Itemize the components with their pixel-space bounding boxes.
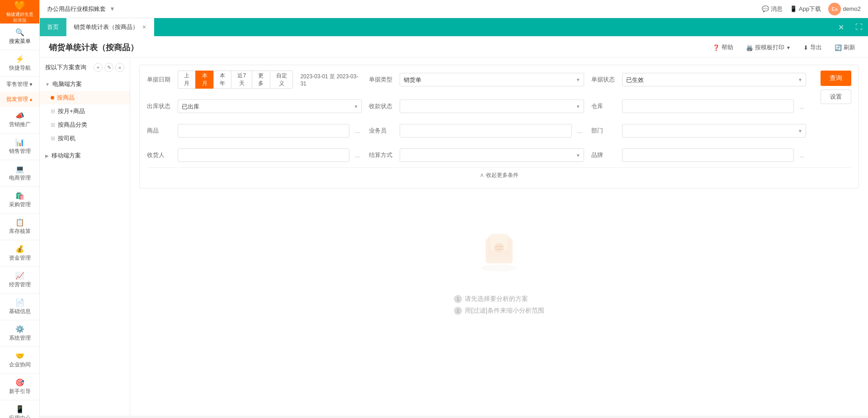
tab-sales-stats[interactable]: 销货单统计表（按商品） ✕ — [66, 18, 154, 36]
product-input[interactable] — [178, 124, 349, 138]
settings-button[interactable]: 设置 — [821, 90, 851, 104]
sidebar-item-search[interactable]: 🔍 搜索菜单 — [0, 24, 39, 50]
product-label: 商品 — [147, 127, 174, 135]
avatar: Ea — [828, 3, 841, 15]
date-range-text: 2023-03-01 至 2023-03-31 — [300, 73, 362, 87]
grid-icon-1: ⊞ — [51, 108, 55, 114]
brand-input[interactable] — [622, 148, 794, 162]
settlement-select[interactable] — [400, 148, 584, 162]
salesperson-dots-icon[interactable]: ... — [576, 128, 584, 134]
filter-salesperson: 业务员 ... — [369, 124, 584, 138]
purchase-icon: 🛍️ — [2, 191, 38, 200]
filter-row-1: 单据日期 上月 本月 本年 近7天 更多 自定义 — [147, 71, 806, 89]
header-right: 💬 消息 📱 App下载 Ea demo2 — [762, 3, 861, 15]
app-logo: 🧡 畅捷通好生意 标准版 — [0, 0, 40, 24]
app-download-button[interactable]: 📱 App下载 — [790, 5, 821, 13]
logo-text: 畅捷通好生意 — [6, 12, 33, 17]
consignee-dots-icon[interactable]: ... — [353, 152, 362, 159]
doc-status-label: 单据状态 — [591, 76, 618, 84]
tree-item-by-clerk[interactable]: ⊞ 按司机 — [40, 132, 130, 145]
sidebar-item-cooperation[interactable]: 🤝 企业协同 — [0, 347, 39, 374]
tree-group-desktop-label: 电脑端方案 — [52, 80, 82, 88]
tree-collapse-icon: ▶ — [45, 153, 49, 158]
consignee-input[interactable] — [178, 148, 349, 162]
collapse-panel-button[interactable]: « — [115, 63, 124, 72]
message-icon: 💬 — [762, 5, 769, 12]
sidebar-item-marketing[interactable]: 📣 营销推广 — [0, 107, 39, 133]
doc-status-select[interactable]: 已生效 — [622, 73, 806, 86]
dept-select[interactable] — [622, 124, 806, 138]
left-panel-title: 按以下方案查询 — [45, 63, 86, 71]
warehouse-dots-icon[interactable]: ... — [797, 103, 806, 110]
left-panel-header: 按以下方案查询 + ✎ « — [40, 63, 130, 76]
content-layout: 按以下方案查询 + ✎ « ▼ 电脑端方案 — [40, 57, 868, 416]
sidebar-item-finance[interactable]: 💰 资金管理 — [0, 240, 39, 267]
sidebar-item-app-center[interactable]: 📱 应用中心 — [0, 400, 39, 418]
filter-out-status: 出库状态 已出库 ▼ — [147, 100, 362, 113]
tree-item-by-product[interactable]: 按商品 — [40, 91, 130, 104]
sidebar-item-purchase[interactable]: 🛍️ 采购管理 — [0, 187, 39, 214]
brand-label: 品牌 — [591, 151, 618, 159]
tree-group-mobile[interactable]: ▶ 移动端方案 — [40, 149, 130, 162]
tab-close-all-button[interactable]: ✕ — [832, 18, 850, 36]
tree-item-by-month-product[interactable]: ⊞ 按月+商品 — [40, 104, 130, 118]
date-btn-this-month[interactable]: 本月 — [195, 71, 213, 89]
doc-type-select[interactable]: 销货单 — [400, 73, 584, 86]
refresh-button[interactable]: 🔄 刷新 — [831, 42, 859, 53]
filter-payment: 收款状态 ▼ — [369, 100, 584, 113]
sidebar-item-wholesale[interactable]: 批发管理 ▲ — [0, 92, 39, 107]
sidebar-item-sales-mgmt[interactable]: 📊 销售管理 — [0, 133, 39, 160]
sidebar-item-ecommerce[interactable]: 💻 电商管理 — [0, 160, 39, 187]
date-btn-7days[interactable]: 近7天 — [231, 71, 252, 89]
sales-icon: 📊 — [2, 138, 38, 147]
sidebar-item-retail[interactable]: 零售管理 ▼ — [0, 77, 39, 92]
workspace-dropdown-icon[interactable]: ▼ — [109, 5, 115, 12]
add-scheme-button[interactable]: + — [94, 63, 103, 72]
tree-group-desktop[interactable]: ▼ 电脑端方案 — [40, 77, 130, 91]
sidebar-item-system[interactable]: ⚙️ 系统管理 — [0, 320, 39, 347]
export-button[interactable]: ⬇ 导出 — [800, 42, 826, 53]
retail-arrow-icon: ▼ — [29, 82, 33, 87]
payment-select[interactable] — [400, 100, 584, 113]
print-button[interactable]: 🖨️ 按模板打印 ▼ — [742, 42, 794, 53]
grid-icon-3: ⊞ — [51, 135, 55, 142]
sidebar-item-quick-nav[interactable]: ⚡ 快捷导航 — [0, 50, 39, 77]
warehouse-input[interactable] — [622, 100, 794, 113]
edit-scheme-button[interactable]: ✎ — [104, 63, 113, 72]
tab-close-icon[interactable]: ✕ — [142, 24, 146, 30]
tab-home[interactable]: 首页 — [40, 18, 66, 36]
tree-item-by-category[interactable]: ⊞ 按商品分类 — [40, 118, 130, 132]
filter-settlement: 结算方式 ▼ — [369, 148, 584, 162]
query-button[interactable]: 查询 — [821, 71, 851, 86]
consignee-label: 收货人 — [147, 151, 174, 159]
collapse-filter-button[interactable]: ∧ 收起更多条件 — [147, 167, 851, 183]
out-status-select[interactable]: 已出库 — [178, 100, 362, 113]
date-btn-this-year[interactable]: 本年 — [213, 71, 231, 89]
left-panel-actions: + ✎ « — [94, 63, 124, 72]
marketing-icon: 📣 — [2, 111, 38, 120]
query-buttons: 查询 设置 — [821, 71, 851, 104]
filter-date: 单据日期 上月 本月 本年 近7天 更多 自定义 — [147, 71, 362, 89]
sidebar-item-basic-info[interactable]: 📄 基础信息 — [0, 294, 39, 320]
sidebar-item-operation[interactable]: 📈 经营管理 — [0, 267, 39, 294]
filter-row-3: 商品 ... 业务员 ... — [147, 124, 806, 138]
main-area: 办公用品行业模拟账套 ▼ 💬 消息 📱 App下载 Ea demo2 首页 — [40, 0, 868, 418]
sidebar-item-guide[interactable]: 🎯 新手引导 — [0, 374, 39, 400]
message-button[interactable]: 💬 消息 — [762, 5, 783, 13]
page-inner: 销货单统计表（按商品） ❓ 帮助 🖨️ 按模板打印 ▼ ⬇ 导出 — [40, 36, 868, 416]
sidebar-item-inventory[interactable]: 📋 库存核算 — [0, 214, 39, 240]
empty-hint-1: 1 请先选择要分析的方案 — [454, 295, 544, 303]
grid-icon-2: ⊞ — [51, 122, 55, 128]
settlement-label: 结算方式 — [369, 151, 396, 159]
date-btn-last-month[interactable]: 上月 — [178, 71, 195, 89]
date-btn-more[interactable]: 更多 — [252, 71, 269, 89]
hint-num-2: 2 — [454, 307, 462, 315]
inventory-icon: 📋 — [2, 218, 38, 227]
user-menu[interactable]: Ea demo2 — [828, 3, 861, 15]
date-btn-custom[interactable]: 自定义 — [270, 71, 293, 89]
tab-maximize-button[interactable]: ⛶ — [850, 18, 868, 36]
brand-dots-icon[interactable]: ... — [797, 152, 806, 159]
help-button[interactable]: ❓ 帮助 — [709, 42, 737, 53]
salesperson-input[interactable] — [400, 124, 571, 138]
product-dots-icon[interactable]: ... — [353, 128, 362, 134]
